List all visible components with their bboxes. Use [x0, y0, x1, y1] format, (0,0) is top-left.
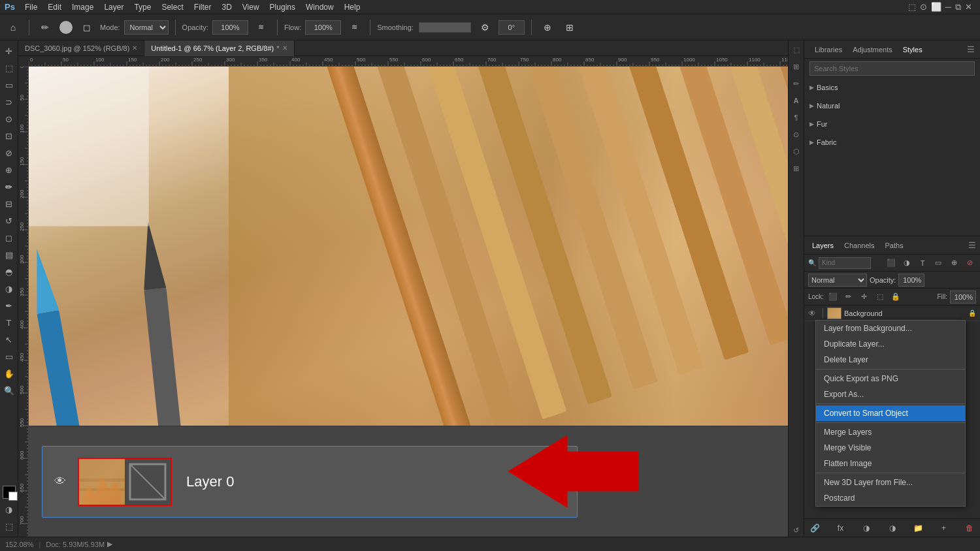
paths-tab[interactable]: Paths [881, 242, 907, 249]
tab-1-close[interactable]: ✕ [132, 44, 137, 52]
menu-plugins[interactable]: Plugins [265, 0, 301, 14]
ctx-postcard[interactable]: Postcard [816, 490, 965, 506]
ctx-flatten-image[interactable]: Flatten Image [816, 456, 965, 471]
pressure-opacity-icon[interactable]: ≋ [252, 18, 270, 37]
brush-tool[interactable]: ✏ [1, 179, 17, 195]
menu-help[interactable]: Help [339, 0, 366, 14]
menu-image[interactable]: Image [67, 0, 99, 14]
brush-panel-icon[interactable]: ✏ [790, 77, 803, 90]
adjustments-tab[interactable]: Adjustments [847, 46, 898, 54]
menu-layer[interactable]: Layer [99, 0, 129, 14]
layers-search-input[interactable] [819, 257, 871, 269]
sample-icon[interactable]: ⊕ [538, 18, 557, 37]
adjustment-filter-icon[interactable]: ◑ [900, 257, 913, 270]
channels-tab[interactable]: Channels [840, 242, 878, 249]
lock-pixels-btn[interactable]: ⬛ [826, 291, 840, 304]
libraries-tab[interactable]: Libraries [809, 46, 847, 54]
menu-window[interactable]: Window [301, 0, 339, 14]
profile-icon[interactable]: ⊙ [920, 2, 927, 12]
doc-info-arrow[interactable]: ▶ [107, 540, 112, 548]
char-icon[interactable]: A [790, 94, 803, 107]
text-tool[interactable]: T [1, 315, 17, 330]
camera-icon[interactable]: ⊙ [790, 128, 803, 141]
opacity-input[interactable] [212, 20, 248, 35]
move-tool[interactable]: ✛ [1, 43, 17, 59]
spot-heal-tool[interactable]: ⊕ [1, 162, 17, 178]
stamp-tool[interactable]: ⊟ [1, 196, 17, 212]
menu-view[interactable]: View [237, 0, 265, 14]
canvas-viewport[interactable]: 👁 [29, 67, 788, 537]
paragraph-icon[interactable]: ¶ [790, 111, 803, 124]
minimize-btn[interactable]: ─ [945, 2, 951, 12]
fill-value[interactable] [950, 291, 976, 304]
menu-3d[interactable]: 3D [216, 0, 237, 14]
tab-2-close[interactable]: ✕ [282, 44, 287, 52]
shape-tool[interactable]: ▭ [1, 349, 17, 364]
ctx-new-3d-layer[interactable]: New 3D Layer from File... [816, 475, 965, 490]
crop-tool[interactable]: ⊡ [1, 128, 17, 144]
menu-filter[interactable]: Filter [189, 0, 217, 14]
blend-mode-select[interactable]: Normal [808, 274, 867, 287]
brush-tool-icon[interactable]: ✏ [36, 18, 54, 37]
filter-toggle[interactable]: ⊘ [963, 257, 976, 270]
ctx-convert-smart-object[interactable]: Convert to Smart Object [816, 405, 965, 421]
style-group-natural-header[interactable]: ▶ Natural [804, 99, 980, 112]
layers-tab[interactable]: Layers [808, 242, 838, 249]
new-group-btn[interactable]: 📁 [911, 522, 924, 535]
smoothing-gear-icon[interactable]: ⚙ [476, 18, 495, 37]
add-mask-btn[interactable]: ◑ [860, 522, 873, 535]
ctx-merge-layers[interactable]: Merge Layers [816, 424, 965, 440]
smart-filter-icon[interactable]: ⊕ [947, 257, 960, 270]
flow-input[interactable] [305, 20, 341, 35]
history-brush-tool[interactable]: ↺ [1, 213, 17, 228]
history-icon[interactable]: ↺ [790, 524, 803, 537]
new-layer-btn[interactable]: + [938, 522, 951, 535]
style-group-basics-header[interactable]: ▶ Basics [804, 81, 980, 94]
layers-panel-menu-icon[interactable]: ☰ [968, 240, 976, 250]
style-group-fur-header[interactable]: ▶ Fur [804, 118, 980, 131]
shape-filter-icon[interactable]: ▭ [932, 257, 945, 270]
menu-edit[interactable]: Edit [42, 0, 67, 14]
link-layers-btn[interactable]: 🔗 [808, 522, 821, 535]
workspace-icon[interactable]: ⬜ [931, 2, 941, 12]
restore-btn[interactable]: ⧉ [955, 2, 961, 12]
ctx-delete-layer[interactable]: Delete Layer [816, 352, 965, 368]
ctx-layer-from-bg[interactable]: Layer from Background... [816, 321, 965, 336]
search-icon[interactable]: ⬚ [908, 2, 916, 12]
brush-size-icon[interactable] [59, 21, 73, 34]
pressure-flow-icon[interactable]: ≋ [345, 18, 363, 37]
extra-tool-icon[interactable]: ⊞ [561, 18, 579, 37]
ctx-quick-export[interactable]: Quick Export as PNG [816, 371, 965, 386]
ctx-merge-visible[interactable]: Merge Visible [816, 440, 965, 456]
layer-visibility-toggle[interactable]: 👁 [50, 472, 70, 492]
zoom-tool[interactable]: 🔍 [1, 383, 17, 398]
3d-icon[interactable]: ⬡ [790, 145, 803, 158]
adjust-icon[interactable]: ⊞ [790, 60, 803, 73]
styles-tab[interactable]: Styles [898, 46, 928, 54]
mode-select[interactable]: Normal Multiply Screen [124, 20, 169, 35]
lasso-tool[interactable]: ⊃ [1, 94, 17, 110]
lock-artboard-btn[interactable]: ⬚ [874, 291, 887, 304]
opacity-value[interactable] [898, 274, 924, 287]
add-style-btn[interactable]: fx [834, 522, 847, 535]
layers-panel-icon[interactable]: ⬚ [790, 43, 803, 56]
pen-tool[interactable]: ✒ [1, 298, 17, 313]
ctx-export-as[interactable]: Export As... [816, 386, 965, 402]
lock-image-btn[interactable]: ✏ [842, 291, 855, 304]
delete-layer-btn[interactable]: 🗑 [963, 522, 976, 535]
menu-select[interactable]: Select [156, 0, 188, 14]
ctx-duplicate-layer[interactable]: Duplicate Layer... [816, 336, 965, 352]
eyedropper-tool[interactable]: ⊘ [1, 145, 17, 161]
blur-tool[interactable]: ◓ [1, 264, 17, 279]
style-group-fabric-header[interactable]: ▶ Fabric [804, 136, 980, 149]
lock-position-btn[interactable]: ✛ [858, 291, 871, 304]
new-adjustment-btn[interactable]: ◑ [886, 522, 899, 535]
hand-tool[interactable]: ✋ [1, 366, 17, 381]
tab-1[interactable]: DSC_3060.jpg @ 152% (RGB/8) ✕ [18, 40, 144, 56]
panel-menu-icon[interactable]: ☰ [967, 44, 975, 54]
gradient-tool[interactable]: ▤ [1, 247, 17, 262]
eraser-tool[interactable]: ◻ [1, 230, 17, 245]
quick-mask-tool[interactable]: ◑ [1, 501, 17, 517]
path-select-tool[interactable]: ↖ [1, 332, 17, 347]
screen-mode-tool[interactable]: ⬚ [1, 518, 17, 534]
